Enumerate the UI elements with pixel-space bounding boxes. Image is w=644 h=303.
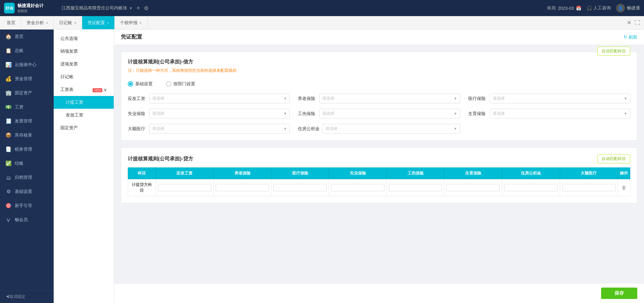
tab-journal[interactable]: 日记账 × <box>54 16 82 29</box>
leftnav-purchase-invoice[interactable]: 进项发票 <box>54 58 114 70</box>
cancel-fixed-button[interactable]: ◀取消固定 <box>0 290 54 303</box>
col-subject: 科目 <box>128 168 156 179</box>
col-large-medical: 大额医疗 <box>560 168 618 179</box>
cell-housing[interactable] <box>502 179 560 196</box>
cell-maternity[interactable] <box>444 179 502 196</box>
cell-unemployment[interactable] <box>329 179 387 196</box>
sidebar: 🏠 首页 📋 总账 📊 云报表中心 💰 资金管理 🏢 固定资产 💵 工资 🧾 发… <box>0 30 54 303</box>
leftnav-payroll-group[interactable]: 工资表 NEW ∨ <box>54 83 114 96</box>
close-window-icon[interactable]: ✕ <box>627 19 631 26</box>
tab-home[interactable]: 首页 <box>1 16 21 29</box>
sidebar-item-settings[interactable]: ⚙ 基础设置 <box>0 185 54 199</box>
close-icon[interactable]: × <box>46 21 48 25</box>
tab-voucher-config[interactable]: 凭证配置 × <box>82 16 115 29</box>
sidebar-item-tax[interactable]: 📑 税务管理 <box>0 142 54 156</box>
input-gross[interactable] <box>158 184 211 191</box>
select-work-injury[interactable]: 请选择 ▼ <box>319 109 460 118</box>
input-housing[interactable] <box>504 184 558 191</box>
cell-pension[interactable] <box>214 179 271 196</box>
company-selector[interactable]: 江西服宝精品有限责任公司内账张 ▼ <box>62 5 132 11</box>
sidebar-item-close[interactable]: ✅ 结账 <box>0 156 54 170</box>
chevron-down-icon: ▼ <box>454 112 457 115</box>
sidebar-item-guide[interactable]: 🎯 新手引导 <box>0 199 54 213</box>
tax-icon: 📑 <box>5 146 11 152</box>
auto-match-debit-button[interactable]: 自动匹配科目 <box>597 47 630 56</box>
refresh-button[interactable]: ↻ 刷新 <box>624 34 637 40</box>
auto-match-credit-button[interactable]: 自动匹配科目 <box>597 154 630 163</box>
service-button[interactable]: 🎧 人工咨询 <box>587 5 611 11</box>
sidebar-item-vip[interactable]: V 畅会员 <box>0 213 54 227</box>
radio-basic[interactable]: 基础设置 <box>128 81 153 87</box>
sidebar-item-home[interactable]: 🏠 首页 <box>0 30 54 44</box>
sidebar-item-ledger[interactable]: 📋 总账 <box>0 44 54 58</box>
expand-icon: ∨ <box>104 87 107 92</box>
field-large-medical: 大额医疗 请选择 ▼ <box>128 124 290 134</box>
select-housing-fund[interactable]: 请选择 ▼ <box>322 124 460 134</box>
radio-dept[interactable]: 按部门设置 <box>166 81 195 87</box>
page-header: 凭证配置 ↻ 刷新 <box>114 30 644 45</box>
sidebar-item-inventory[interactable]: 📦 库存核算 <box>0 128 54 142</box>
box-icon: 📦 <box>5 132 11 138</box>
debit-card: 计提核算规则(公司承担)-借方 注：只能选择一种方式，系统将按照您当前的选择来配… <box>121 52 637 141</box>
sidebar-item-reports[interactable]: 📊 云报表中心 <box>0 58 54 72</box>
leftnav-public[interactable]: 公共选项 <box>54 32 114 45</box>
sidebar-item-assets[interactable]: 🏢 固定资产 <box>0 86 54 100</box>
company-name: 江西服宝精品有限责任公司内账张 <box>62 5 127 11</box>
cell-work-injury[interactable] <box>387 179 444 196</box>
salary-icon: 💵 <box>5 104 11 110</box>
save-button[interactable]: 保存 <box>601 288 637 299</box>
avatar: 👤 <box>616 4 625 12</box>
select-pension[interactable]: 请选择 ▼ <box>319 94 460 103</box>
building-icon: 🏢 <box>5 90 11 96</box>
sidebar-item-invoice[interactable]: 🧾 发票管理 <box>0 114 54 128</box>
col-unemployment: 失业保险 <box>329 168 387 179</box>
leftnav-journal[interactable]: 日记账 <box>54 70 114 83</box>
cell-medical[interactable] <box>271 179 329 196</box>
leftnav-pay-salary[interactable]: 发放工资 <box>54 109 114 121</box>
maximize-icon[interactable]: ⛶ <box>635 20 640 26</box>
new-badge: NEW <box>93 88 102 92</box>
select-unemployment[interactable]: 请选择 ▼ <box>149 109 290 118</box>
tab-capital[interactable]: 资金分析 × <box>21 16 54 29</box>
credit-card-header: 计提核算规则(公司承担)-贷方 自动匹配科目 <box>128 154 630 163</box>
gear-icon[interactable]: ⚙ <box>144 5 149 11</box>
leftnav-sales-invoice[interactable]: 销项发票 <box>54 45 114 58</box>
select-large-medical[interactable]: 请选择 ▼ <box>149 124 290 134</box>
tab-tax[interactable]: 个税申报 × <box>115 16 147 29</box>
input-large-medical[interactable] <box>562 184 615 191</box>
delete-row-button[interactable]: 🗑 <box>622 185 626 190</box>
tab-bar: 首页 资金分析 × 日记账 × 凭证配置 × 个税申报 × ✕ ⛶ <box>0 16 644 30</box>
input-unemployment[interactable] <box>331 184 384 191</box>
close-icon[interactable]: × <box>140 21 142 25</box>
home-icon: 🏠 <box>5 34 11 40</box>
check-icon: ✅ <box>5 160 11 166</box>
cell-gross[interactable] <box>156 179 213 196</box>
close-icon[interactable]: × <box>74 21 76 25</box>
sidebar-item-fund[interactable]: 💰 资金管理 <box>0 72 54 86</box>
input-medical[interactable] <box>273 184 327 191</box>
sidebar-item-salary[interactable]: 💵 工资 <box>0 100 54 114</box>
select-gross-salary[interactable]: 请选择 ▼ <box>149 94 290 103</box>
select-maternity[interactable]: 请选择 ▼ <box>490 109 630 118</box>
period-selector[interactable]: 账期 2023-03 📅 <box>547 5 581 11</box>
chevron-down-icon: ▼ <box>283 127 287 131</box>
leftnav-fixed-assets[interactable]: 固定资产 <box>54 121 114 134</box>
input-pension[interactable] <box>216 184 269 191</box>
input-maternity[interactable] <box>446 184 500 191</box>
calendar-icon[interactable]: 📅 <box>576 6 581 11</box>
user-area[interactable]: 👤 畅捷通 <box>616 4 640 12</box>
close-icon[interactable]: × <box>107 21 109 25</box>
period-label: 账期 <box>547 5 556 11</box>
field-medical: 医疗保险 请选择 ▼ <box>468 94 630 103</box>
username: 畅捷通 <box>627 5 640 11</box>
select-medical[interactable]: 请选择 ▼ <box>490 94 630 103</box>
credit-table: 科目 应发工资 养老保险 医疗保险 失业保险 工伤保险 生育保险 住房公积金 大… <box>128 167 630 196</box>
cell-large-medical[interactable] <box>560 179 618 196</box>
sidebar-item-archive[interactable]: 🗂 归档管理 <box>0 170 54 185</box>
add-button[interactable]: + <box>137 5 140 12</box>
left-nav: 公共选项 销项发票 进项发票 日记账 工资表 NEW ∨ 计提工资 发放工资 固… <box>54 30 114 303</box>
chevron-down-icon: ▼ <box>283 112 287 115</box>
leftnav-accrue-salary[interactable]: 计提工资 <box>54 96 114 109</box>
col-gross: 应发工资 <box>156 168 213 179</box>
input-work-injury[interactable] <box>389 184 442 191</box>
